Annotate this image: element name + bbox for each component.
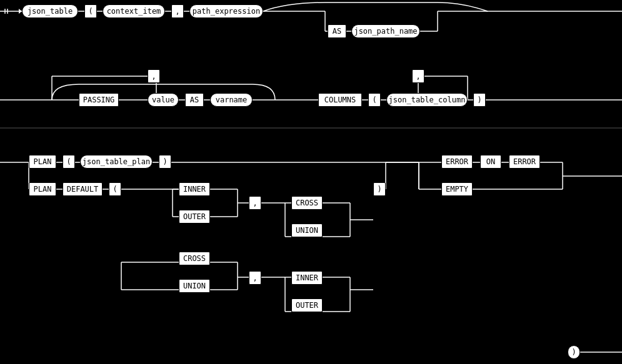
cross2-box: CROSS: [179, 252, 210, 265]
union1-box: UNION: [291, 224, 323, 237]
error2-box: ERROR: [509, 155, 540, 169]
rparen2-box: ): [473, 93, 486, 107]
outer2-box: OUTER: [291, 298, 323, 312]
json-table-box: json_table: [22, 4, 78, 18]
on-box: ON: [480, 155, 501, 169]
comma-plan2-box: ,: [249, 271, 261, 285]
path-expression-box: path_expression: [189, 4, 263, 18]
plan1-box: PLAN: [29, 155, 56, 169]
as2-box: AS: [185, 93, 204, 107]
plan2-box: PLAN: [29, 182, 56, 196]
comma-passing-box: ,: [148, 69, 160, 83]
lparen1-box: (: [84, 4, 97, 18]
union2-box: UNION: [179, 279, 210, 293]
comma1-box: ,: [171, 4, 184, 18]
railroad-diagram: json_table ( context_item , path_express…: [0, 0, 622, 364]
comma-plan1-box: ,: [249, 196, 261, 210]
error1-box: ERROR: [441, 155, 473, 169]
varname-box: varname: [210, 93, 253, 107]
lparen2-box: (: [368, 93, 381, 107]
empty-box: EMPTY: [441, 182, 473, 196]
lparen4-box: (: [109, 182, 121, 196]
json-path-name-box: json_path_name: [351, 24, 420, 38]
rparen4-box: ): [373, 182, 386, 196]
comma-col-box: ,: [412, 69, 424, 83]
rparen3-box: ): [159, 155, 171, 169]
inner2-box: INNER: [291, 271, 323, 285]
as1-box: AS: [328, 24, 346, 38]
passing-box: PASSING: [79, 93, 119, 107]
json-table-column-box: json_table_column: [386, 93, 468, 107]
default-box: DEFAULT: [63, 182, 103, 196]
lparen3-box: (: [63, 155, 75, 169]
value-box: value: [148, 93, 179, 107]
inner1-box: INNER: [179, 182, 210, 196]
outer1-box: OUTER: [179, 210, 210, 224]
rparen5-box: ): [568, 345, 580, 359]
json-table-plan-box: json_table_plan: [80, 155, 153, 169]
context-item-box: context_item: [103, 4, 165, 18]
cross1-box: CROSS: [291, 196, 323, 210]
columns-box: COLUMNS: [318, 93, 362, 107]
